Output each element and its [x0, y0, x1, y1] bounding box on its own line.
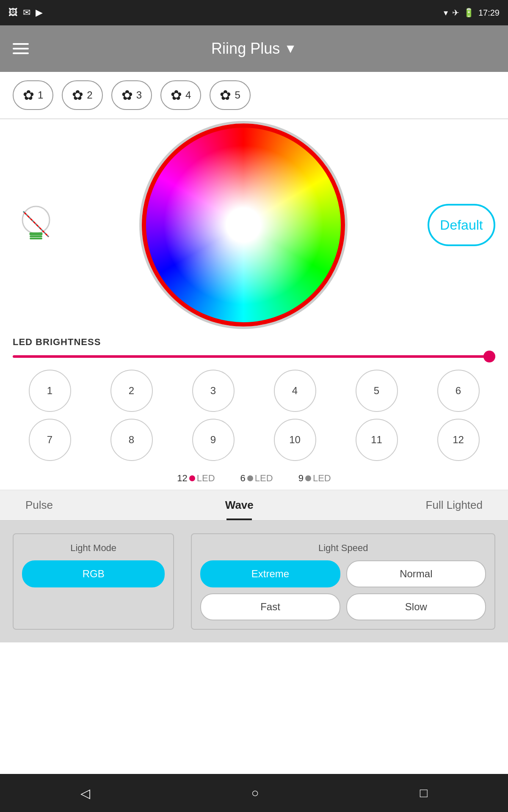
- led-9[interactable]: 9: [192, 419, 235, 461]
- brightness-slider[interactable]: [13, 355, 495, 358]
- tab-pulse[interactable]: Pulse: [13, 490, 66, 520]
- fan-tab-3[interactable]: ✿ 3: [111, 80, 152, 110]
- speed-normal[interactable]: Normal: [346, 560, 486, 587]
- led-4[interactable]: 4: [274, 370, 316, 412]
- photo-icon: 🖼: [8, 7, 18, 18]
- led-count-9[interactable]: 9 LED: [298, 473, 331, 484]
- status-bar: 🖼 ✉ ▶ ▾ ✈ 🔋 17:29: [0, 0, 508, 25]
- svg-rect-3: [30, 233, 42, 235]
- fan-tabs: ✿ 1 ✿ 2 ✿ 3 ✿ 4 ✿ 5: [0, 72, 508, 118]
- led-5[interactable]: 5: [356, 370, 398, 412]
- fan-tab-1[interactable]: ✿ 1: [13, 80, 53, 110]
- fan-tab-2[interactable]: ✿ 2: [62, 80, 102, 110]
- status-icons-left: 🖼 ✉ ▶: [8, 7, 43, 18]
- led-1[interactable]: 1: [29, 370, 71, 412]
- brightness-label: LED BRIGHTNESS: [13, 337, 495, 348]
- tab-wave[interactable]: Wave: [213, 490, 266, 520]
- default-button[interactable]: Default: [428, 204, 495, 246]
- fan-icon-1: ✿: [23, 87, 34, 103]
- light-speed-label: Light Speed: [200, 543, 486, 554]
- led-count-6[interactable]: 6 LED: [240, 473, 273, 484]
- color-section: Default: [0, 119, 508, 326]
- fan-icon-3: ✿: [121, 87, 133, 103]
- fan-tab-5[interactable]: ✿ 5: [210, 80, 250, 110]
- color-wheel[interactable]: [142, 123, 345, 326]
- led-12[interactable]: 12: [437, 419, 480, 461]
- fan-icon-5: ✿: [220, 87, 231, 103]
- svg-point-0: [22, 206, 50, 233]
- header: Riing Plus ▼: [0, 25, 508, 72]
- play-icon: ▶: [36, 7, 43, 18]
- fan-tab-4[interactable]: ✿ 4: [160, 80, 201, 110]
- speed-slow[interactable]: Slow: [346, 593, 486, 620]
- wifi-icon: ▾: [444, 8, 448, 18]
- mode-tabs: Pulse Wave Full Lighted: [0, 490, 508, 521]
- svg-rect-4: [30, 236, 42, 237]
- led-3[interactable]: 3: [192, 370, 235, 412]
- airplane-icon: ✈: [452, 8, 459, 18]
- tab-full-lighted[interactable]: Full Lighted: [413, 490, 495, 520]
- email-icon: ✉: [23, 7, 30, 18]
- fan-icon-2: ✿: [72, 87, 83, 103]
- dropdown-chevron[interactable]: ▼: [284, 41, 297, 56]
- light-mode-group: Light Mode RGB: [13, 533, 174, 630]
- home-button[interactable]: ○: [251, 786, 259, 800]
- speed-grid: Extreme Normal Fast Slow: [200, 560, 486, 620]
- brightness-section: LED BRIGHTNESS: [0, 326, 508, 364]
- led-2[interactable]: 2: [110, 370, 153, 412]
- speed-extreme[interactable]: Extreme: [200, 560, 340, 587]
- fan-icon-4: ✿: [171, 87, 182, 103]
- battery-icon: 🔋: [464, 8, 474, 18]
- led-6[interactable]: 6: [437, 370, 480, 412]
- light-speed-group: Light Speed Extreme Normal Fast Slow: [191, 533, 495, 630]
- status-icons-right: ▾ ✈ 🔋 17:29: [444, 8, 500, 18]
- recents-button[interactable]: □: [420, 786, 428, 800]
- speed-fast[interactable]: Fast: [200, 593, 340, 620]
- led-11[interactable]: 11: [356, 419, 398, 461]
- led-8[interactable]: 8: [110, 419, 153, 461]
- bottom-nav: ◁ ○ □: [0, 774, 508, 812]
- led-count-12[interactable]: 12 LED: [177, 473, 215, 484]
- hamburger-menu[interactable]: [13, 43, 29, 54]
- app-title: Riing Plus ▼: [211, 40, 297, 58]
- light-mode-label: Light Mode: [22, 543, 165, 554]
- led-count-row: 12 LED 6 LED 9 LED: [0, 467, 508, 490]
- clock: 17:29: [478, 8, 500, 18]
- led-grid: 1 2 3 4 5 6 7 8 9 10 11 12: [0, 364, 508, 467]
- led-10[interactable]: 10: [274, 419, 316, 461]
- led-7[interactable]: 7: [29, 419, 71, 461]
- back-button[interactable]: ◁: [80, 786, 90, 801]
- svg-rect-5: [30, 238, 42, 239]
- settings-panel: Light Mode RGB Light Speed Extreme Norma…: [0, 521, 508, 642]
- rgb-button[interactable]: RGB: [22, 560, 165, 587]
- bulb-icon[interactable]: [13, 201, 59, 249]
